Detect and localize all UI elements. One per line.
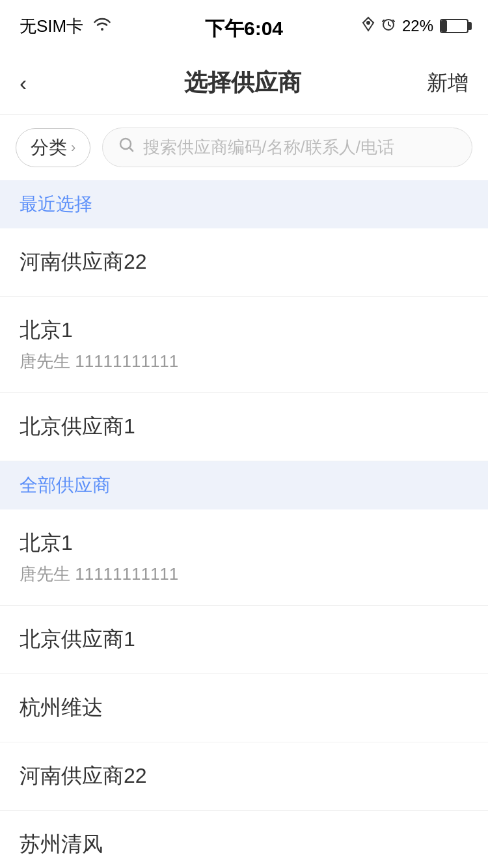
item-name: 北京1 <box>20 316 468 345</box>
recent-items-list: 河南供应商22北京1唐先生 11111111111北京供应商1 <box>0 228 488 461</box>
wifi-icon <box>92 16 112 36</box>
back-button[interactable]: ‹ <box>20 70 59 96</box>
search-bar: 分类 › 搜索供应商编码/名称/联系人/电话 <box>0 115 488 180</box>
list-item[interactable]: 北京供应商1 <box>0 606 488 674</box>
battery-percent: 22% <box>402 17 433 35</box>
list-item[interactable]: 北京1唐先生 11111111111 <box>0 509 488 606</box>
location-icon <box>362 16 375 36</box>
alarm-icon <box>381 17 396 35</box>
status-bar: 无SIM卡 下午6:04 22% <box>0 0 488 52</box>
search-icon <box>118 137 135 158</box>
all-section-header: 全部供应商 <box>0 461 488 509</box>
list-item[interactable]: 北京供应商1 <box>0 393 488 461</box>
category-label: 分类 <box>31 135 67 160</box>
all-section-title: 全部供应商 <box>20 475 111 495</box>
item-sub: 唐先生 11111111111 <box>20 350 468 373</box>
item-name: 河南供应商22 <box>20 248 468 277</box>
list-item[interactable]: 苏州清风 <box>0 811 488 868</box>
carrier-label: 无SIM卡 <box>20 15 83 38</box>
list-item[interactable]: 杭州维达 <box>0 674 488 742</box>
item-name: 北京1 <box>20 529 468 558</box>
item-name: 北京供应商1 <box>20 413 468 441</box>
add-button[interactable]: 新增 <box>427 69 468 98</box>
status-time: 下午6:04 <box>205 16 283 42</box>
page-title: 选择供应商 <box>184 67 301 99</box>
search-input-wrap[interactable]: 搜索供应商编码/名称/联系人/电话 <box>102 128 472 167</box>
item-name: 北京供应商1 <box>20 625 468 654</box>
recent-section-header: 最近选择 <box>0 180 488 228</box>
status-right: 22% <box>362 16 468 36</box>
search-placeholder: 搜索供应商编码/名称/联系人/电话 <box>143 136 394 159</box>
chevron-right-icon: › <box>71 139 75 156</box>
list-item[interactable]: 河南供应商22 <box>0 228 488 297</box>
svg-point-0 <box>366 21 370 25</box>
category-filter-button[interactable]: 分类 › <box>16 128 90 167</box>
item-name: 杭州维达 <box>20 694 468 722</box>
recent-section-title: 最近选择 <box>20 194 92 214</box>
item-sub: 唐先生 11111111111 <box>20 563 468 586</box>
list-item[interactable]: 河南供应商22 <box>0 742 488 811</box>
all-items-list: 北京1唐先生 11111111111北京供应商1杭州维达河南供应商22苏州清风 <box>0 509 488 868</box>
status-left: 无SIM卡 <box>20 15 112 38</box>
item-name: 苏州清风 <box>20 830 468 859</box>
nav-bar: ‹ 选择供应商 新增 <box>0 52 488 115</box>
item-name: 河南供应商22 <box>20 762 468 791</box>
battery-icon <box>440 19 468 33</box>
list-item[interactable]: 北京1唐先生 11111111111 <box>0 297 488 393</box>
